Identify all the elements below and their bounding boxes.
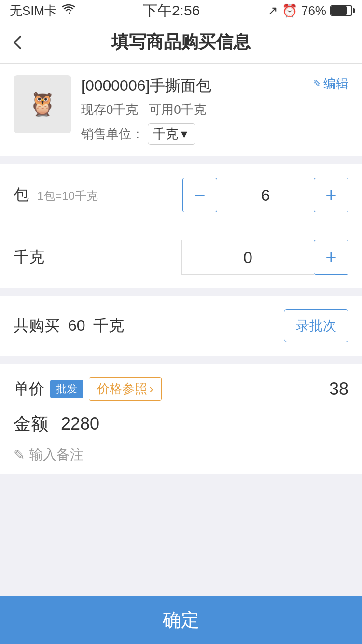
- total-row: 共购买 60 千克 录批次: [0, 296, 362, 356]
- status-time: 下午2:56: [143, 1, 200, 21]
- alarm-icon: ⏰: [282, 3, 297, 18]
- note-row[interactable]: ✎ 输入备注: [14, 446, 348, 464]
- bottom-spacer: [0, 474, 362, 532]
- edit-label: 编辑: [323, 75, 348, 92]
- page-header: 填写商品购买信息: [0, 21, 362, 64]
- wifi-icon: [62, 3, 75, 18]
- price-value[interactable]: 38: [329, 379, 348, 399]
- back-arrow-icon: [14, 35, 27, 49]
- stock-current: 现存0千克: [81, 102, 138, 117]
- status-left: 无SIM卡: [10, 2, 75, 19]
- price-ref-text: 价格参照: [97, 380, 147, 397]
- total-amount: 60: [68, 317, 85, 334]
- product-code: [0000006]: [81, 77, 150, 94]
- batch-button[interactable]: 录批次: [284, 309, 348, 342]
- product-logo: 🦉: [28, 91, 57, 118]
- dropdown-icon: ▾: [181, 126, 187, 141]
- product-card: 🦉 ✎ 编辑 [0000006]手撕面包 现存0千克 可用0千克 销售单位： 千…: [0, 64, 362, 156]
- kg-input[interactable]: [181, 240, 314, 275]
- edit-button[interactable]: ✎ 编辑: [313, 75, 348, 92]
- bao-label: 包 1包=10千克: [14, 184, 182, 206]
- bao-input-row: 包 1包=10千克 − +: [0, 164, 362, 226]
- product-unit-row: 销售单位： 千克 ▾: [81, 123, 348, 145]
- price-section: 单价 批发 价格参照 › 38 金额 2280 ✎ 输入备注: [0, 364, 362, 474]
- kg-label-text: 千克: [14, 248, 44, 266]
- bao-input-controls: − +: [182, 178, 348, 212]
- total-label: 共购买: [14, 317, 60, 334]
- kg-plus-button[interactable]: +: [314, 240, 348, 275]
- amount-row: 金额 2280: [14, 412, 348, 436]
- location-icon: ↗: [267, 3, 278, 18]
- bao-label-text: 包: [14, 186, 29, 203]
- amount-value: 2280: [61, 414, 99, 434]
- kg-input-controls: +: [181, 240, 348, 275]
- price-row: 单价 批发 价格参照 › 38: [14, 377, 348, 401]
- unit-value: 千克: [153, 126, 178, 142]
- price-ref-button[interactable]: 价格参照 ›: [89, 377, 162, 401]
- stock-available: 可用0千克: [149, 102, 206, 117]
- note-icon: ✎: [14, 447, 25, 463]
- price-tag: 批发: [50, 380, 83, 398]
- bao-input[interactable]: [217, 178, 314, 212]
- edit-icon: ✎: [313, 78, 321, 90]
- status-bar: 无SIM卡 下午2:56 ↗ ⏰ 76%: [0, 0, 362, 21]
- product-stock: 现存0千克 可用0千克: [81, 101, 348, 118]
- battery-percent: 76%: [301, 3, 326, 18]
- kg-input-row: 千克 +: [0, 226, 362, 288]
- bao-sub-text: 1包=10千克: [37, 189, 98, 202]
- carrier-label: 无SIM卡: [10, 2, 57, 19]
- confirm-button[interactable]: 确定: [0, 596, 362, 644]
- unit-label: 销售单位：: [81, 126, 144, 142]
- price-label: 单价 批发 价格参照 ›: [14, 377, 162, 401]
- back-button[interactable]: [10, 32, 31, 53]
- total-text: 共购买 60 千克: [14, 315, 124, 336]
- product-image: 🦉: [14, 75, 71, 133]
- page-title: 填写商品购买信息: [111, 30, 251, 54]
- amount-label: 金额: [14, 414, 48, 434]
- status-right: ↗ ⏰ 76%: [267, 3, 352, 18]
- battery-icon: [330, 5, 352, 16]
- input-section: 包 1包=10千克 − + 千克 +: [0, 164, 362, 288]
- unit-select[interactable]: 千克 ▾: [148, 123, 195, 145]
- product-info: ✎ 编辑 [0000006]手撕面包 现存0千克 可用0千克 销售单位： 千克 …: [81, 75, 348, 145]
- bao-minus-button[interactable]: −: [182, 178, 217, 212]
- page-content: 🦉 ✎ 编辑 [0000006]手撕面包 现存0千克 可用0千克 销售单位： 千…: [0, 64, 362, 532]
- price-ref-arrow: ›: [149, 381, 153, 396]
- total-unit: 千克: [93, 317, 124, 334]
- kg-label: 千克: [14, 247, 181, 268]
- product-name: [0000006]手撕面包: [81, 75, 348, 97]
- note-label: 输入备注: [29, 446, 84, 464]
- product-name-text: 手撕面包: [150, 77, 211, 94]
- bao-plus-button[interactable]: +: [314, 178, 348, 212]
- price-label-text: 单价: [14, 378, 44, 400]
